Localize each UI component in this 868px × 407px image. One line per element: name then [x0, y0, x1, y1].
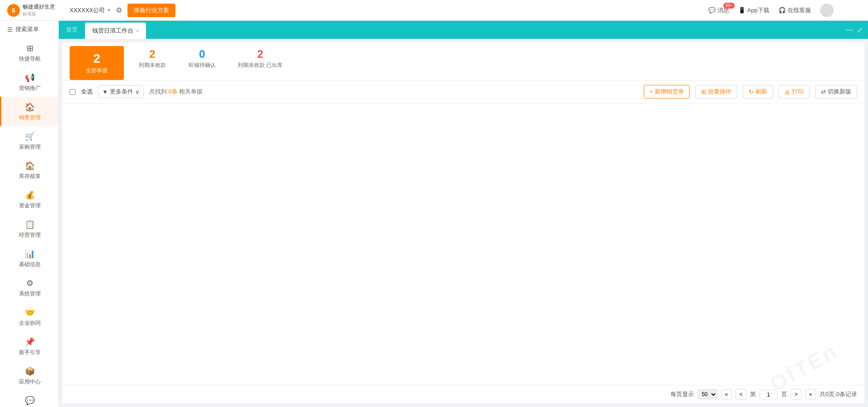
cooperation-icon: 🤝 — [25, 308, 35, 318]
page-suffix: 页 — [781, 390, 787, 398]
purchase-icon: 🛒 — [25, 131, 35, 141]
sidebar-item-inventory[interactable]: 🏠 库存核算 — [0, 155, 58, 185]
sales-icon: 🏠 — [25, 102, 35, 112]
logo-icon: 6 — [7, 4, 20, 17]
sidebar-item-quick-nav[interactable]: ⊞ 快捷导航 — [0, 38, 58, 67]
avatar[interactable] — [820, 4, 834, 17]
select-all-checkbox[interactable] — [70, 89, 75, 95]
sidebar-item-operation[interactable]: 📋 经营管理 — [0, 214, 58, 243]
pagination: 每页显示 50 « < 第 页 > » 共0页,0条记录 — [62, 385, 864, 403]
switch-icon: ⇄ — [821, 89, 826, 95]
sidebar-item-guide[interactable]: 📌 新手引导 — [0, 332, 58, 361]
service-icon: 🎧 — [778, 7, 786, 14]
stat-tab-overdue[interactable]: 2 到期未收款 — [127, 42, 177, 80]
tab-minimize-icon[interactable]: — — [846, 26, 853, 34]
found-count: 0条 — [169, 88, 178, 95]
toolbar-left: 全选 ▼ 更多条件 ∨ 共找到 0条 相关单据 — [70, 85, 203, 98]
logo-text: 畅捷通好生意 标准版 — [23, 4, 55, 17]
found-text: 共找到 0条 相关单据 — [149, 88, 203, 96]
dropdown-icon: ∨ — [135, 89, 140, 95]
message-badge: 99+ — [723, 3, 735, 9]
sidebar-item-cooperation[interactable]: 🤝 企业协同 — [0, 302, 58, 332]
search-menu-item[interactable]: ☰ 搜索菜单 — [0, 21, 58, 38]
quick-nav-icon: ⊞ — [27, 43, 33, 53]
online-service-button[interactable]: 🎧 在线客服 — [778, 6, 811, 14]
batch-icon: ⊞ — [701, 89, 706, 95]
page-size-select[interactable]: 50 — [698, 389, 717, 399]
main-layout: ☰ 搜索菜单 ⊞ 快捷导航 📢 营销推广 🏠 销售管理 🛒 采购管理 🏠 库存核… — [0, 21, 868, 407]
tab-home[interactable]: 首页 — [59, 21, 85, 39]
system-icon: ⚙ — [26, 278, 33, 288]
filter-button[interactable]: ▼ 更多条件 ∨ — [98, 85, 144, 98]
total-count: 共0页,0条记录 — [820, 390, 857, 398]
user-name[interactable] — [843, 4, 861, 17]
print-button[interactable]: 🖨 打印 — [778, 85, 810, 98]
sidebar-item-app-center[interactable]: 📦 应用中心 — [0, 361, 58, 390]
stats-tabs: 2 全部单据 2 到期未收款 0 旺铺待确认 2 到期未收款 已出库 — [62, 42, 864, 80]
company-selector[interactable]: XXXXXX公司 ▼ — [70, 6, 111, 14]
operation-icon: 📋 — [25, 220, 35, 229]
next-page-button[interactable]: > — [791, 389, 802, 400]
sidebar-item-system[interactable]: ⚙ 系统管理 — [0, 273, 58, 302]
table-area — [62, 103, 864, 385]
header-right: 💬 消息 99+ 📱 App下载 🎧 在线客服 — [708, 4, 861, 17]
download-icon: 📱 — [738, 7, 745, 14]
logo-area: 6 畅捷通好生意 标准版 — [7, 4, 66, 17]
sidebar-item-sales[interactable]: 🏠 销售管理 — [0, 97, 58, 126]
sidebar-item-basic-info[interactable]: 📊 基础信息 — [0, 243, 58, 273]
top-header: 6 畅捷通好生意 标准版 XXXXXX公司 ▼ ⚙ 体验行业方案 💬 消息 99… — [0, 0, 868, 21]
refresh-button[interactable]: ↻ 刷新 — [743, 85, 773, 98]
tab-maximize-icon[interactable]: ⤢ — [857, 26, 863, 34]
prev-page-button[interactable]: < — [736, 389, 746, 400]
app-download-button[interactable]: 📱 App下载 — [738, 6, 769, 14]
first-page-button[interactable]: « — [721, 389, 732, 400]
sidebar-item-purchase[interactable]: 🛒 采购管理 — [0, 126, 58, 155]
page-input[interactable] — [760, 390, 778, 399]
experience-button[interactable]: 体验行业方案 — [127, 4, 175, 17]
settings-button[interactable]: ⚙ — [116, 6, 122, 14]
batch-operation-button[interactable]: ⊞ 批量操作 — [695, 85, 737, 98]
toolbar-right: + 新增销货单 ⊞ 批量操作 ↻ 刷新 🖨 打印 ⇄ — [644, 85, 857, 98]
marketing-icon: 📢 — [25, 73, 35, 83]
refresh-icon: ↻ — [749, 89, 754, 95]
dropdown-arrow-icon: ▼ — [107, 8, 111, 13]
finance-icon: 💰 — [25, 190, 35, 200]
stat-tab-all[interactable]: 2 全部单据 — [70, 46, 124, 80]
tab-close-icon[interactable]: × — [136, 28, 139, 33]
sidebar-item-finance[interactable]: 💰 资金管理 — [0, 185, 58, 214]
tab-actions: — ⤢ — [846, 26, 868, 34]
select-all-label: 全选 — [81, 88, 93, 96]
filter-icon: ▼ — [102, 89, 108, 95]
stat-tab-pending[interactable]: 0 旺铺待确认 — [177, 42, 227, 80]
last-page-button[interactable]: » — [805, 389, 816, 400]
message-icon: 💬 — [708, 7, 716, 14]
sidebar-item-marketing[interactable]: 📢 营销推广 — [0, 67, 58, 97]
inventory-icon: 🏠 — [25, 161, 35, 171]
basic-info-icon: 📊 — [25, 249, 35, 259]
tab-workbench[interactable]: 钱货日清工作台 × — [85, 23, 146, 39]
message-button[interactable]: 💬 消息 99+ — [708, 6, 729, 14]
search-icon: ☰ — [7, 26, 13, 33]
sidebar: ☰ 搜索菜单 ⊞ 快捷导航 📢 营销推广 🏠 销售管理 🛒 采购管理 🏠 库存核… — [0, 21, 59, 407]
add-order-button[interactable]: + 新增销货单 — [644, 85, 690, 98]
toolbar: 全选 ▼ 更多条件 ∨ 共找到 0条 相关单据 + 新增销货单 ⊞ — [62, 80, 864, 103]
tab-bar: 首页 钱货日清工作台 × — ⤢ — [59, 21, 868, 39]
wechat-icon: 💬 — [25, 396, 35, 406]
sidebar-item-wechat[interactable]: 💬 企业微信 — [0, 390, 58, 407]
stat-tab-shipped[interactable]: 2 到期未收款 已出库 — [227, 42, 293, 80]
page-size-label: 每页显示 — [670, 390, 694, 398]
page-label: 第 — [750, 390, 756, 398]
switch-version-button[interactable]: ⇄ 切换新版 — [815, 85, 857, 98]
company-name: XXXXXX公司 — [70, 6, 105, 14]
page-body: 2 全部单据 2 到期未收款 0 旺铺待确认 2 到期未收款 已出库 — [62, 42, 864, 403]
app-center-icon: 📦 — [25, 366, 35, 376]
guide-icon: 📌 — [25, 337, 35, 347]
print-icon: 🖨 — [784, 89, 790, 95]
content-area: 首页 钱货日清工作台 × — ⤢ 2 全部单据 2 — [59, 21, 868, 407]
